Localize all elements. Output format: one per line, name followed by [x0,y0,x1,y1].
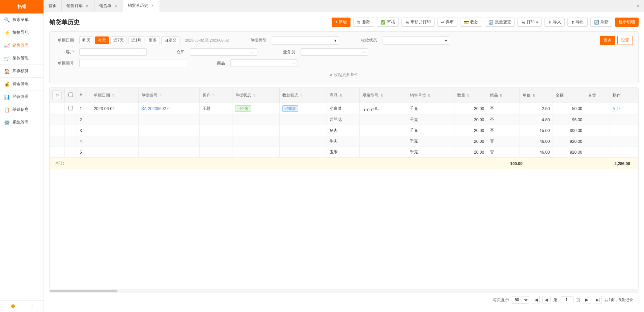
warehouse-dots[interactable]: ··· [251,50,254,54]
tab-bar-close-all[interactable]: ✕ [633,4,644,8]
audit-button[interactable]: ✅ 审核 [377,18,399,27]
customer-dots[interactable]: ··· [140,50,144,54]
sidebar-item-quick-nav[interactable]: ⚡ 快捷导航 [0,26,44,39]
td-gear [50,147,65,158]
sort-price-icon[interactable]: ⇅ [533,94,535,97]
batch-change-button[interactable]: 🔄 批量变更 [485,18,515,27]
select-all-checkbox[interactable] [68,93,73,97]
sidebar-item-finance[interactable]: 💰 资金管理 [0,78,44,90]
filter-row-2: 客户 ··· 仓库 ··· 业务员 ··· [55,48,633,56]
th-doc-no: 单据编号 ⇅ [138,88,199,103]
doc-number-input[interactable] [79,59,187,67]
page-number-input[interactable] [560,296,573,303]
per-page-select[interactable]: 50 100 200 [512,296,529,304]
warehouse-input[interactable] [193,50,251,54]
new-button[interactable]: + 新增 [332,18,351,27]
date-btn-1month[interactable]: 近1月 [128,36,145,44]
sort-docno-icon[interactable]: ⇅ [159,94,162,97]
tab-sales-delivery[interactable]: 销货单 ✕ [94,0,123,12]
more-btn[interactable]: ⋯ [619,107,623,111]
date-btn-custom[interactable]: 自定义 [161,36,179,44]
footer-cells: 100.00 2,286.00 [75,161,633,166]
page-first-btn[interactable]: |◀ [532,296,540,304]
sidebar-item-label: 资金管理 [12,81,29,87]
td-doc-no [138,147,199,158]
date-btn-7days[interactable]: 近7天 [110,36,127,44]
footer-label: 合计: [55,161,75,166]
sidebar-item-purchase-mgmt[interactable]: 🛒 采购管理 [0,52,44,65]
sidebar-bottom-icon1[interactable]: 🔶 [10,304,16,309]
batch-icon: 🔄 [488,20,494,25]
doc-no-link[interactable]: SA-20230602-0 [141,106,170,111]
tab-sales-order[interactable]: 销售订单 ✕ [62,0,94,12]
refresh-button[interactable]: 🔃 刷新 [590,18,612,27]
page-next-btn[interactable]: ▶ [583,296,591,304]
sidebar-item-sales-mgmt[interactable]: 📈 销售管理 [0,39,44,52]
import-button[interactable]: ⬇ 导入 [544,18,565,27]
audit-print-button[interactable]: 🖨 审核并打印 [401,18,435,27]
sort-spec-icon[interactable]: ⇅ [381,94,383,97]
tab-home[interactable]: 首页 [44,0,62,12]
td-num: 2 [77,114,91,125]
td-spec [360,125,407,136]
tab-sales-order-close[interactable]: ✕ [85,4,89,8]
row-checkbox[interactable] [68,106,73,110]
business-dots[interactable]: ··· [362,50,365,54]
collapse-bar[interactable]: ∧ 收起更多条件 [55,71,633,79]
doc-type-select[interactable]: ▾ [272,36,339,45]
tab-sales-delivery-close[interactable]: ✕ [113,4,118,8]
sidebar-item-operations[interactable]: 📊 经营管理 [0,90,44,103]
table-settings-btn[interactable]: ⚙ [52,90,62,100]
td-gift: 否 [487,136,520,147]
sort-unit-icon[interactable]: ⇅ [428,94,430,97]
sidebar-item-inventory[interactable]: 🏠 库存核算 [0,65,44,78]
date-btn-today[interactable]: 今天 [95,36,109,44]
sidebar-bottom-icon2[interactable]: ⏸ [29,304,33,309]
date-btn-yesterday[interactable]: 昨天 [79,36,93,44]
abandon-button[interactable]: ↩ 弃审 [437,18,457,27]
delete-button[interactable]: 🗑 删除 [353,18,374,27]
page-last-btn[interactable]: ▶| [594,296,602,304]
warehouse-input-wrapper[interactable]: ··· [190,48,257,56]
th-date: 单据日期 ⇅ [91,88,138,103]
payment-status-select[interactable]: ▾ [383,36,450,45]
page-prev-btn[interactable]: ◀ [542,296,551,304]
edit-btn[interactable]: ✎ [613,107,616,111]
sidebar-item-system-mgmt[interactable]: ⚙️ 系统管理 [0,116,44,129]
th-action: 操作 [610,88,638,103]
sort-goods-icon[interactable]: ⇅ [340,94,342,97]
settings-button[interactable]: 设置 [617,36,633,45]
td-goods: 小白菜 [327,103,360,114]
search-icon: 🔍 [4,17,10,23]
sort-date-icon[interactable]: ⇅ [112,94,115,97]
tab-sales-history-close[interactable]: ✕ [150,3,155,8]
show-detail-button[interactable]: 显示明细 [615,18,639,27]
sort-gift-icon[interactable]: ⇅ [500,94,502,97]
collect-button[interactable]: 💳 收款 [460,18,482,27]
td-qty: 20.00 [454,147,487,158]
tab-sales-history[interactable]: 销货单历史 ✕ [123,0,160,12]
sidebar-item-search-menu[interactable]: 🔍 搜索菜单 [0,14,44,26]
goods-input-wrapper[interactable]: ··· [230,59,298,67]
td-goods: 西兰花 [327,114,360,125]
toolbar: + 新增 🗑 删除 ✅ 审核 🖨 审核并打印 ↩ 弃审 [332,18,639,27]
sort-docstatus-icon[interactable]: ⇅ [253,94,256,97]
print-button[interactable]: 🖨 打印 ▾ [517,18,542,27]
export-button[interactable]: ⬆ 导出 [567,18,588,27]
query-button[interactable]: 查询 [600,36,615,45]
horizontal-scrollbar[interactable] [49,289,639,293]
sort-qty-icon[interactable]: ⇅ [467,94,470,97]
goods-dots[interactable]: ··· [291,61,295,66]
business-input[interactable] [304,50,362,54]
sidebar-item-basic-info[interactable]: 📋 基础信息 [0,103,44,116]
business-input-wrapper[interactable]: ··· [301,48,368,56]
customer-input-wrapper[interactable]: ··· [79,48,147,56]
scroll-thumb[interactable] [50,290,117,292]
date-btn-more[interactable]: 更多 [146,36,160,44]
td-action: ✎ | ⋯ [610,103,638,114]
sort-paymentstatus-icon[interactable]: ⇅ [300,94,303,97]
customer-input[interactable] [82,50,140,54]
import-icon: ⬇ [548,20,552,25]
sort-customer-icon[interactable]: ⇅ [212,94,215,97]
goods-input[interactable] [233,61,291,66]
